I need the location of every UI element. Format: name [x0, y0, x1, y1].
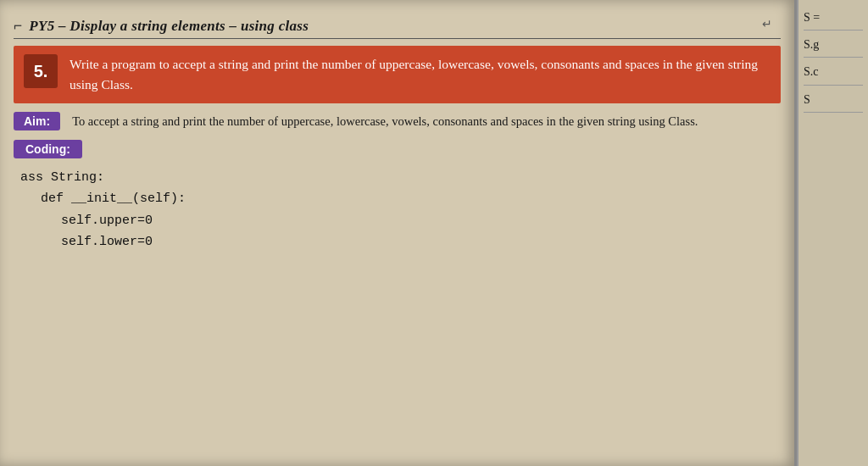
right-line-3: S [804, 89, 863, 113]
aim-label: Aim: [14, 112, 60, 130]
title-bar: ⌐ PY5 – Display a string elements – usin… [14, 17, 781, 39]
question-text: Write a program to accept a string and p… [70, 54, 771, 95]
title-arrow-icon: ↵ [762, 17, 772, 31]
question-number: 5. [24, 54, 58, 88]
code-content: ass String: def __init__(self): self.upp… [14, 167, 781, 253]
coding-block: Coding: ass String: def __init__(self): … [14, 140, 781, 253]
right-line-0: S = [804, 7, 863, 31]
code-line-1: def __init__(self): [20, 188, 781, 210]
right-panel-text: S = S.g S.c S [804, 7, 863, 116]
coding-label: Coding: [14, 140, 82, 158]
aim-block: Aim: To accept a string and print the nu… [14, 112, 781, 130]
title-icon: ⌐ [14, 17, 22, 35]
question-block: 5. Write a program to accept a string an… [14, 46, 781, 103]
right-panel: S = S.g S.c S [797, 0, 868, 466]
code-line-2: self.upper=0 [20, 210, 781, 232]
aim-text: To accept a string and print the number … [72, 112, 781, 130]
right-line-2: S.c [804, 61, 863, 85]
code-line-3: self.lower=0 [20, 231, 781, 253]
right-line-1: S.g [804, 34, 863, 58]
page-title: PY5 – Display a string elements – using … [29, 18, 309, 35]
main-page: ⌐ PY5 – Display a string elements – usin… [0, 0, 797, 466]
code-line-0: ass String: [20, 167, 781, 189]
